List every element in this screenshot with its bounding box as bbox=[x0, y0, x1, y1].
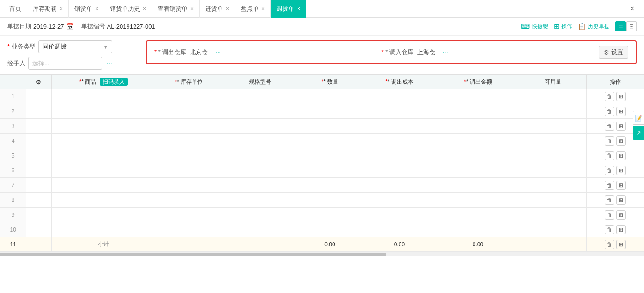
row-num: 9 bbox=[0, 208, 26, 222]
row-num: 11 bbox=[0, 237, 26, 252]
col-settings-header[interactable]: ⚙ bbox=[26, 75, 52, 89]
scan-entry-button[interactable]: 扫码录入 bbox=[100, 78, 128, 86]
copy-btn[interactable]: ⊞ bbox=[616, 107, 626, 116]
tab-view-sales[interactable]: 查看销货单 × bbox=[152, 0, 200, 18]
copy-btn[interactable]: ⊞ bbox=[616, 136, 626, 146]
copy-btn[interactable]: ⊞ bbox=[616, 92, 626, 101]
grid-view-btn[interactable]: ⊟ bbox=[626, 21, 637, 31]
warehouse-box: * * 调出仓库 北京仓 ··· * * 调入仓库 上海仓 ··· ⚙ 设置 bbox=[146, 40, 637, 64]
copy-btn[interactable]: ⊞ bbox=[616, 181, 626, 190]
tab-close-inventory-init[interactable]: × bbox=[60, 6, 63, 12]
horizontal-scrollbar[interactable] bbox=[0, 252, 644, 256]
grid-icon: ⊞ bbox=[554, 23, 559, 30]
tab-close-sales-history[interactable]: × bbox=[143, 6, 146, 12]
row-num: 6 bbox=[0, 163, 26, 178]
shortcuts-btn[interactable]: ⌨ 快捷键 bbox=[521, 23, 548, 31]
table-row: 3 🗑 ⊞ bbox=[0, 119, 644, 134]
transfer-in-more-btn[interactable]: ··· bbox=[443, 49, 448, 56]
table-row: 5 🗑 ⊞ bbox=[0, 148, 644, 163]
list-view-btn[interactable]: ☰ bbox=[615, 21, 626, 31]
row-num: 2 bbox=[0, 104, 26, 119]
tab-bar: 首页 库存期初 × 销货单 × 销货单历史 × 查看销货单 × 进货单 × 盘点… bbox=[0, 0, 644, 18]
transfer-in-label: * * 调入仓库 bbox=[382, 48, 413, 56]
handler-more-btn[interactable]: ··· bbox=[107, 60, 112, 67]
table-container: ⚙ ** 商品 扫码录入 ** 库存单位 规格型号 ** 数量 ** 调出成本 … bbox=[0, 74, 644, 256]
doc-no-label: 单据编号 bbox=[81, 22, 105, 31]
transfer-in-value: 上海仓 bbox=[417, 48, 435, 56]
delete-btn[interactable]: 🗑 bbox=[605, 210, 614, 220]
tab-close-view-sales[interactable]: × bbox=[190, 6, 194, 12]
tab-purchase[interactable]: 进货单 × bbox=[200, 0, 235, 18]
table-row: 6 🗑 ⊞ bbox=[0, 163, 644, 178]
delete-btn[interactable]: 🗑 bbox=[605, 181, 614, 190]
table-header-row: ⚙ ** 商品 扫码录入 ** 库存单位 规格型号 ** 数量 ** 调出成本 … bbox=[0, 75, 644, 89]
handler-select[interactable]: 选择... bbox=[28, 57, 102, 70]
biz-type-value: 同价调拨 bbox=[43, 43, 102, 51]
tab-sales-history[interactable]: 销货单历史 × bbox=[104, 0, 152, 18]
copy-btn[interactable]: ⊞ bbox=[616, 210, 626, 220]
tab-transfer[interactable]: 调拨单 × bbox=[271, 0, 306, 18]
date-value[interactable]: 2019-12-27 bbox=[33, 23, 64, 30]
side-buttons: 📝 ↗ bbox=[633, 111, 644, 140]
delete-btn[interactable]: 🗑 bbox=[605, 92, 614, 101]
note-side-btn[interactable]: 📝 bbox=[633, 111, 644, 125]
col-seq-header bbox=[0, 75, 26, 89]
delete-btn[interactable]: 🗑 bbox=[605, 136, 614, 146]
copy-btn[interactable]: ⊞ bbox=[616, 122, 626, 131]
transfer-out-label: * * 调出仓库 bbox=[154, 48, 186, 56]
transfer-table: ⚙ ** 商品 扫码录入 ** 库存单位 规格型号 ** 数量 ** 调出成本 … bbox=[0, 75, 644, 252]
copy-btn[interactable]: ⊞ bbox=[616, 195, 626, 205]
col-settings-icon: ⚙ bbox=[36, 79, 41, 85]
warehouse-separator bbox=[374, 47, 374, 58]
col-product-header: ** 商品 扫码录入 bbox=[52, 75, 155, 89]
table-row: 8 🗑 ⊞ bbox=[0, 193, 644, 208]
delete-btn[interactable]: 🗑 bbox=[605, 225, 614, 234]
col-avail-header: 可用量 bbox=[519, 75, 587, 89]
biz-type-select[interactable]: 同价调拨 ▼ bbox=[38, 40, 112, 53]
tab-close-inventory[interactable]: × bbox=[261, 6, 265, 12]
tab-sales-order[interactable]: 销货单 × bbox=[69, 0, 104, 18]
delete-btn[interactable]: 🗑 bbox=[605, 107, 614, 116]
scrollbar-thumb[interactable] bbox=[0, 253, 386, 256]
tab-close-purchase[interactable]: × bbox=[226, 6, 229, 12]
col-spec-header: 规格型号 bbox=[223, 75, 298, 89]
delete-btn[interactable]: 🗑 bbox=[605, 240, 614, 249]
copy-btn[interactable]: ⊞ bbox=[616, 166, 626, 175]
row-num: 3 bbox=[0, 119, 26, 134]
calendar-icon[interactable]: 📅 bbox=[66, 23, 74, 30]
transfer-out-more-btn[interactable]: ··· bbox=[215, 49, 221, 56]
tab-inventory[interactable]: 盘点单 × bbox=[235, 0, 271, 18]
doc-no-field: 单据编号 AL-20191227-001 bbox=[81, 22, 155, 31]
tab-home[interactable]: 首页 bbox=[4, 0, 27, 18]
tab-close-sales-order[interactable]: × bbox=[95, 6, 98, 12]
table-row: 1 🗑 ⊞ bbox=[0, 89, 644, 104]
col-qty-header: ** 数量 bbox=[298, 75, 362, 89]
row-num: 5 bbox=[0, 148, 26, 163]
delete-btn[interactable]: 🗑 bbox=[605, 151, 614, 160]
copy-btn[interactable]: ⊞ bbox=[616, 225, 626, 234]
operations-btn[interactable]: ⊞ 操作 bbox=[554, 23, 572, 31]
tab-close-transfer[interactable]: × bbox=[297, 6, 300, 12]
form-area: * 业务类型 同价调拨 ▼ 经手人 选择... ··· * * 调出仓库 北京仓… bbox=[0, 36, 644, 74]
row-num: 8 bbox=[0, 193, 26, 208]
row-num: 10 bbox=[0, 222, 26, 237]
copy-btn[interactable]: ⊞ bbox=[616, 151, 626, 160]
delete-btn[interactable]: 🗑 bbox=[605, 195, 614, 205]
settings-button[interactable]: ⚙ 设置 bbox=[599, 46, 628, 59]
delete-btn[interactable]: 🗑 bbox=[605, 166, 614, 175]
doc-no-value: AL-20191227-001 bbox=[107, 23, 155, 30]
copy-btn[interactable]: ⊞ bbox=[616, 240, 626, 249]
tab-inventory-init[interactable]: 库存期初 × bbox=[27, 0, 69, 18]
history-btn[interactable]: 📋 历史单据 bbox=[578, 23, 610, 31]
keyboard-icon: ⌨ bbox=[521, 23, 530, 30]
toolbar: 单据日期 2019-12-27 📅 单据编号 AL-20191227-001 ⌨… bbox=[0, 18, 644, 36]
date-label: 单据日期 bbox=[7, 22, 31, 31]
delete-btn[interactable]: 🗑 bbox=[605, 122, 614, 131]
col-unit-header: ** 库存单位 bbox=[155, 75, 223, 89]
expand-side-btn[interactable]: ↗ bbox=[633, 126, 644, 140]
handler-field: 经手人 选择... ··· bbox=[7, 57, 137, 70]
row-num: 7 bbox=[0, 178, 26, 193]
window-close-button[interactable]: × bbox=[624, 0, 640, 18]
biz-type-field: * 业务类型 同价调拨 ▼ bbox=[7, 40, 137, 53]
dropdown-arrow-icon: ▼ bbox=[103, 44, 108, 49]
